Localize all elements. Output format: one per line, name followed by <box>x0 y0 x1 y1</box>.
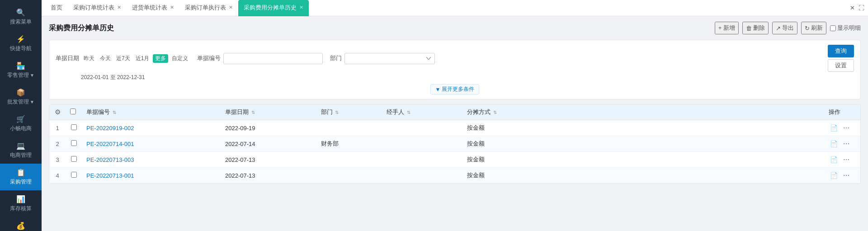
sidebar-icon: 🛒 <box>2 115 40 123</box>
select-all-checkbox[interactable] <box>70 108 76 114</box>
1month-shortcut[interactable]: 近1月 <box>134 54 151 63</box>
sidebar-item-快捷导航[interactable]: ⚡快捷导航 <box>0 30 42 57</box>
tab-close-icon[interactable]: ✕ <box>170 5 174 10</box>
date-filter: 单据日期 昨天 今天 近7天 近1月 更多 自定义 <box>56 54 190 63</box>
doc-link[interactable]: PE-20220919-002 <box>86 125 134 132</box>
cell-split-method: 按金额 <box>462 168 824 184</box>
cell-handler <box>382 168 462 184</box>
show-columns-toggle[interactable]: 显示明细 <box>830 24 861 32</box>
expand-more-button[interactable]: ▼ 展开更多条件 <box>430 84 480 94</box>
col-handler[interactable]: 经手人 ⇅ <box>382 104 462 120</box>
more-action-icon[interactable]: ⋯ <box>842 139 851 148</box>
tab-首页[interactable]: 首页 <box>45 0 68 16</box>
today-shortcut[interactable]: 今天 <box>98 54 113 63</box>
col-split-method[interactable]: 分摊方式 ⇅ <box>462 104 824 120</box>
cell-split-method: 按金额 <box>462 120 824 136</box>
table-row: 1 PE-20220919-002 2022-09-19 按金额 📄 ⋯ <box>49 120 860 136</box>
date-label: 单据日期 <box>56 54 79 62</box>
expand-window-icon[interactable]: ⛶ <box>859 5 864 11</box>
cell-doc-date: 2022-09-19 <box>221 120 316 136</box>
date-shortcuts: 昨天 今天 近7天 近1月 更多 自定义 <box>82 54 190 63</box>
cell-split-method: 按金额 <box>462 136 824 152</box>
cell-checkbox <box>66 168 82 184</box>
sidebar-item-库存核算[interactable]: 📊库存核算 <box>0 190 42 217</box>
tab-label: 首页 <box>51 4 62 12</box>
custom-shortcut[interactable]: 自定义 <box>170 54 190 63</box>
sort-icon-doc-date: ⇅ <box>251 110 255 115</box>
yesterday-shortcut[interactable]: 昨天 <box>82 54 96 63</box>
tab-close-icon[interactable]: ✕ <box>229 5 233 10</box>
cell-num: 2 <box>49 136 66 152</box>
dept-select[interactable]: 财务部 <box>344 53 435 64</box>
delete-button[interactable]: 🗑 删除 <box>742 22 769 34</box>
sidebar-icon: 📦 <box>2 88 40 97</box>
sidebar-icon: 📋 <box>2 168 40 177</box>
cell-action: 📄 ⋯ <box>824 168 860 184</box>
sort-icon-dept: ⇅ <box>335 110 339 115</box>
doc-num-input[interactable] <box>223 53 323 64</box>
column-gear-icon[interactable]: ⚙ <box>55 108 61 116</box>
sidebar-label: 零售管理 <box>7 71 29 79</box>
doc-link[interactable]: PE-20220713-003 <box>86 156 134 163</box>
col-settings[interactable]: ⚙ <box>49 104 66 120</box>
sidebar-label: 库存核算 <box>10 205 32 212</box>
view-icon[interactable]: 📄 <box>829 171 839 180</box>
more-action-icon[interactable]: ⋯ <box>842 171 851 180</box>
sidebar-icon: 📊 <box>2 195 40 203</box>
filter-area: 单据日期 昨天 今天 近7天 近1月 更多 自定义 单据编号 部门 <box>49 40 861 99</box>
more-action-icon[interactable]: ⋯ <box>842 155 851 164</box>
show-columns-checkbox[interactable] <box>830 25 836 31</box>
sidebar-item-小畅电商[interactable]: 🛒小畅电商 <box>0 110 42 137</box>
sidebar-item-批发管理[interactable]: 📦批发管理▼ <box>0 84 42 110</box>
close-window-icon[interactable]: ✕ <box>850 5 855 11</box>
more-shortcut[interactable]: 更多 <box>153 54 168 63</box>
filter-settings-button[interactable]: 设置 <box>828 59 854 72</box>
tab-采购订单统计表[interactable]: 采购订单统计表✕ <box>68 0 127 16</box>
view-icon[interactable]: 📄 <box>829 155 839 164</box>
sidebar-item-零售管理[interactable]: 🏪零售管理▼ <box>0 57 42 84</box>
sidebar-item-搜索菜单[interactable]: 🔍搜索菜单 <box>0 4 42 30</box>
tab-close-icon[interactable]: ✕ <box>299 5 303 10</box>
view-icon[interactable]: 📄 <box>829 123 839 132</box>
more-action-icon[interactable]: ⋯ <box>842 123 851 132</box>
col-dept[interactable]: 部门 ⇅ <box>316 104 382 120</box>
view-icon[interactable]: 📄 <box>829 139 839 148</box>
cell-doc-num: PE-20220714-001 <box>82 136 221 152</box>
tab-close-icon[interactable]: ✕ <box>117 5 121 10</box>
sidebar-item-采购管理[interactable]: 📋采购管理 <box>0 164 42 190</box>
doc-link[interactable]: PE-20220713-001 <box>86 172 134 179</box>
row-checkbox[interactable] <box>71 140 77 146</box>
cell-split-method: 按金额 <box>462 152 824 168</box>
cell-handler <box>382 120 462 136</box>
data-table-container: ⚙ 单据编号 ⇅ 单据日期 ⇅ <box>49 104 861 184</box>
doc-num-filter: 单据编号 <box>197 53 323 64</box>
search-button[interactable]: 查询 <box>828 45 854 57</box>
row-checkbox[interactable] <box>71 156 77 162</box>
arrow-icon: ▼ <box>30 99 34 104</box>
tab-label: 采购订单执行表 <box>185 4 226 12</box>
doc-link[interactable]: PE-20220714-001 <box>86 141 134 147</box>
tab-采购费用分摊单历史[interactable]: 采购费用分摊单历史✕ <box>238 0 309 16</box>
table-row: 2 PE-20220714-001 2022-07-14 财务部 按金额 📄 ⋯ <box>49 136 860 152</box>
sidebar-item-电商管理[interactable]: 💻电商管理 <box>0 137 42 164</box>
col-doc-num[interactable]: 单据编号 ⇅ <box>82 104 221 120</box>
tab-label: 进货单统计表 <box>132 4 167 12</box>
sidebar-item-资金管理[interactable]: 💰资金管理 <box>0 217 42 231</box>
add-button[interactable]: + 新增 <box>715 22 739 34</box>
cell-num: 3 <box>49 152 66 168</box>
sidebar-icon: 💻 <box>2 141 40 150</box>
table-body: 1 PE-20220919-002 2022-09-19 按金额 📄 ⋯ 2 P… <box>49 120 860 184</box>
tab-采购订单执行表[interactable]: 采购订单执行表✕ <box>179 0 238 16</box>
7days-shortcut[interactable]: 近7天 <box>114 54 132 63</box>
tab-label: 采购订单统计表 <box>73 4 114 12</box>
sort-icon-doc-num: ⇅ <box>113 110 116 115</box>
tab-label: 采购费用分摊单历史 <box>244 4 297 12</box>
sidebar-label: 电商管理 <box>10 152 32 158</box>
export-button[interactable]: ↗ 导出 <box>772 22 797 34</box>
tab-进货单统计表[interactable]: 进货单统计表✕ <box>127 0 179 16</box>
col-doc-date[interactable]: 单据日期 ⇅ <box>221 104 316 120</box>
row-checkbox[interactable] <box>71 172 77 178</box>
refresh-button[interactable]: ↻ 刷新 <box>801 22 826 34</box>
row-checkbox[interactable] <box>71 124 77 130</box>
doc-num-label: 单据编号 <box>197 54 221 62</box>
